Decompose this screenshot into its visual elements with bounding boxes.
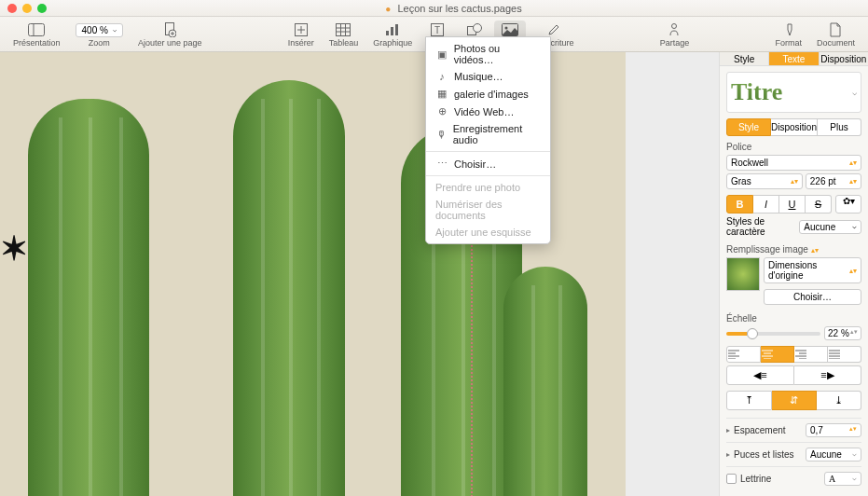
stepper-icon: ▴▾ <box>849 177 857 186</box>
svg-point-22 <box>504 27 507 30</box>
stepper-icon: ▴▾ <box>849 267 857 275</box>
svg-rect-16 <box>395 24 398 35</box>
chevron-down-icon: ⌵ <box>852 222 857 232</box>
gear-icon: ✿▾ <box>843 196 855 206</box>
pencil-icon <box>545 22 562 37</box>
presentation-button[interactable]: Présentation <box>6 21 68 48</box>
underline-button[interactable]: U <box>779 195 806 214</box>
valign-top-button[interactable]: ⤒ <box>726 391 772 410</box>
format-button[interactable]: Format <box>767 21 809 48</box>
dropcap-style-select[interactable]: A⌵ <box>824 472 861 486</box>
tab-text[interactable]: Texte <box>769 52 819 65</box>
chart-icon <box>384 22 401 37</box>
font-label: Police <box>726 142 861 152</box>
fullscreen-window-button[interactable] <box>37 4 47 13</box>
chevron-down-icon: ⌵ <box>113 26 117 34</box>
document-button[interactable]: Document <box>809 21 862 48</box>
outdent-icon: ◀≡ <box>753 369 766 380</box>
bold-button[interactable]: B <box>726 195 753 214</box>
table-button[interactable]: Tableau <box>322 21 366 48</box>
fill-image-swatch[interactable] <box>726 257 760 291</box>
share-icon <box>666 22 682 37</box>
tab-style[interactable]: Style <box>720 52 769 65</box>
stepper-icon: ▴▾ <box>849 425 857 435</box>
add-page-button[interactable]: Ajouter une page <box>131 21 210 48</box>
minimize-window-button[interactable] <box>22 4 32 13</box>
chart-button[interactable]: Graphique <box>365 21 420 48</box>
char-styles-select[interactable]: Aucune⌵ <box>799 220 861 234</box>
spacing-select[interactable]: 0,7▴▾ <box>806 423 861 437</box>
media-icon <box>502 22 518 37</box>
outdent-button[interactable]: ◀≡ <box>726 365 794 385</box>
svg-rect-9 <box>337 24 351 36</box>
dropcap-checkbox[interactable] <box>726 474 737 484</box>
document-canvas[interactable]: ✶ <box>0 52 719 496</box>
italic-button[interactable]: I <box>753 195 779 214</box>
text-icon: T <box>429 22 446 37</box>
paintbrush-icon <box>780 22 797 37</box>
format-inspector: Style Texte Disposition Titre ⌵ Style Di… <box>719 52 868 496</box>
svg-rect-14 <box>386 31 389 35</box>
page-gutter <box>626 52 719 496</box>
menu-image-gallery[interactable]: ▦galerie d'images <box>426 85 550 103</box>
close-window-button[interactable] <box>7 4 17 13</box>
svg-point-20 <box>473 24 481 33</box>
font-weight-select[interactable]: Gras▴▾ <box>726 173 803 189</box>
tab-layout[interactable]: Disposition <box>820 52 868 65</box>
fill-mode-select[interactable]: Dimensions d'origine▴▾ <box>764 257 861 283</box>
menu-photos-videos[interactable]: ▣Photos ou vidéos… <box>426 40 550 68</box>
svg-text:T: T <box>434 25 440 35</box>
indent-button[interactable]: ≡▶ <box>794 365 861 385</box>
menu-web-video[interactable]: ⊕Vidéo Web… <box>426 103 550 120</box>
align-justify-button[interactable] <box>828 346 861 363</box>
char-styles-label: Styles de caractère <box>726 216 799 237</box>
bullets-select[interactable]: Aucune⌵ <box>806 448 861 462</box>
disclosure-triangle-icon[interactable]: ▸ <box>726 426 730 434</box>
valign-bottom-button[interactable]: ⤓ <box>817 391 861 410</box>
menu-scan-documents: Numériser des documents <box>426 196 550 224</box>
disclosure-triangle-icon[interactable]: ▸ <box>726 450 730 459</box>
align-center-button[interactable] <box>761 346 794 363</box>
media-dropdown: ▣Photos ou vidéos… ♪Musique… ▦galerie d'… <box>425 36 551 244</box>
valign-bottom-icon: ⤓ <box>834 394 843 406</box>
subtab-style[interactable]: Style <box>726 118 771 136</box>
shape-icon <box>466 22 483 37</box>
valign-middle-button[interactable]: ⇵ <box>772 391 817 410</box>
menu-take-photo: Prendre une photo <box>426 179 550 196</box>
font-size-field[interactable]: 226 pt▴▾ <box>806 173 861 189</box>
subtab-layout[interactable]: Disposition <box>771 118 818 136</box>
align-left-button[interactable] <box>726 346 761 363</box>
chevron-down-icon: ⌵ <box>852 88 857 97</box>
font-family-select[interactable]: Rockwell▴▾ <box>726 155 861 171</box>
mic-icon: 🎙 <box>435 129 448 140</box>
gallery-icon: ▦ <box>435 88 448 100</box>
menu-music[interactable]: ♪Musique… <box>426 68 550 85</box>
menu-choose[interactable]: ⋯Choisir… <box>426 155 550 172</box>
align-right-button[interactable] <box>794 346 828 363</box>
zoom-control[interactable]: 400 %⌵ Zoom <box>68 21 131 48</box>
share-button[interactable]: Partage <box>653 21 697 48</box>
table-icon <box>335 22 351 37</box>
scale-slider[interactable] <box>726 332 820 336</box>
stepper-icon: ▴▾ <box>811 246 819 255</box>
scale-value-field[interactable]: 22 %▴▾ <box>824 326 861 340</box>
indent-icon: ≡▶ <box>820 369 834 380</box>
ellipsis-icon: ⋯ <box>435 158 448 170</box>
subtab-more[interactable]: Plus <box>818 118 861 136</box>
menu-record-audio[interactable]: 🎙Enregistrement audio <box>426 120 550 148</box>
insert-button[interactable]: Insérer <box>281 21 322 48</box>
svg-rect-0 <box>29 24 45 36</box>
cactus-illustration: ✶ <box>0 52 719 496</box>
stepper-icon: ▴▾ <box>791 177 798 186</box>
valign-middle-icon: ⇵ <box>790 394 798 406</box>
strike-button[interactable]: S <box>806 195 832 214</box>
fill-choose-button[interactable]: Choisir… <box>764 289 861 305</box>
stepper-icon: ▴▾ <box>850 328 858 338</box>
paragraph-style-select[interactable]: Titre ⌵ <box>726 72 861 113</box>
globe-icon: ⊕ <box>435 105 448 117</box>
advanced-font-button[interactable]: ✿▾ <box>835 195 861 214</box>
unsaved-dot-icon: ● <box>385 4 391 14</box>
chevron-down-icon: ⌵ <box>852 449 857 460</box>
menu-separator <box>426 175 550 176</box>
titlebar: ● Leçon sur les cactus.pages <box>0 0 868 17</box>
